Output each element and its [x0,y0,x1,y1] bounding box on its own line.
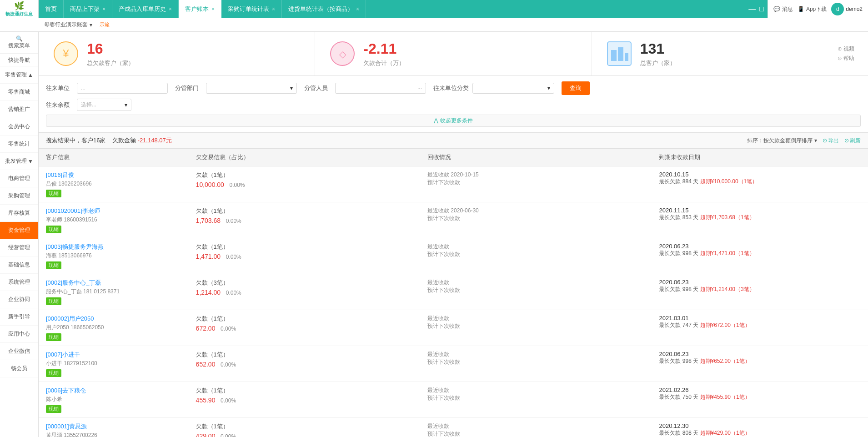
search-menu-button[interactable]: 🔍 搜索菜单 [0,32,38,54]
customer-contact-6: 陈小希 [46,396,181,403]
debt-ratio-4: 0.00% [221,326,236,332]
overdue-cell-3: 2020.06.23 最长欠款 998 天 超期¥1,214.00（3笔） [652,274,868,310]
sidebar-item-10[interactable]: 经营管理 [0,239,38,256]
export-icon: ⊙ [823,137,827,144]
overdue-days-3: 最长欠款 998 天 [659,286,700,292]
sidebar-item-4[interactable]: 零售统计 [0,136,38,153]
tab-close-2[interactable]: × [169,6,172,12]
customer-name-7[interactable]: [000001]黄思源 [46,422,181,431]
next-collection-1: 预计下次收款 [427,215,644,222]
sidebar-item-11[interactable]: 基础信息 [0,256,38,274]
customer-contact-1: 李老师 18600391516 [46,216,181,224]
sidebar-item-14[interactable]: 新手引导 [0,308,38,326]
sidebar-item-15[interactable]: 应用中心 [0,326,38,343]
message-button[interactable]: 💬 消息 [773,5,793,13]
unit-category-select[interactable]: ▾ [472,83,554,94]
recovery-cell-0: 最近收款 2020-10-15 预计下次收款 [420,166,652,202]
sidebar-item-17[interactable]: 畅会员 [0,360,38,377]
debt-count-0: 欠款（1笔） [196,171,413,179]
overdue-days-6: 最长欠款 750 天 [659,394,700,400]
overdue-amount-3[interactable]: 超期¥1,214.00（3笔） [700,286,755,292]
sidebar-item-13[interactable]: 企业协同 [0,291,38,308]
quick-nav-button[interactable]: 快捷导航 [0,54,38,66]
overdue-amount-5[interactable]: 超期¥652.00（1笔） [700,358,750,364]
customer-name-3[interactable]: [0002]服务中心_丁磊 [46,279,181,287]
source-unit-input[interactable]: ... [77,83,168,94]
sidebar-item-16[interactable]: 企业微信 [0,343,38,360]
customer-name-5[interactable]: [0007]小进干 [46,351,181,359]
tab-close-3[interactable]: × [211,6,215,12]
recovery-cell-2: 最近收款 预计下次收款 [420,238,652,274]
sidebar-item-6[interactable]: 电商管理 [0,170,38,187]
overdue-amount-0[interactable]: 超期¥10,000.00（1笔） [700,178,758,185]
sort-selector[interactable]: 排序：按欠款金额倒序排序 ▾ [747,137,817,145]
refresh-button[interactable]: ⊙ 刷新 [844,137,861,145]
results-bar: 搜索结果中，客户16家 欠款金额 -21,148.07元 排序：按欠款金额倒序排… [39,133,868,149]
dept-select[interactable]: ▾ [206,83,297,94]
next-collection-0: 预计下次收款 [427,179,644,186]
customer-name-1[interactable]: [0001020001]李老师 [46,207,181,215]
overdue-amount-7[interactable]: 超期¥429.00（1笔） [700,430,750,436]
table-row: [000002]用户2050 用户2050 18665062050 现销 欠款（… [39,310,868,346]
debt-cell-5: 欠款（1笔） 652.00 0.00% [189,346,420,382]
app-download-button[interactable]: 📱 App下载 [798,5,827,13]
sidebar-item-2[interactable]: 营销推广 [0,101,38,118]
query-button[interactable]: 查询 [562,81,590,95]
help-link[interactable]: ⊙ 帮助 [838,55,854,62]
tab-close-4[interactable]: × [272,6,275,12]
overdue-amount-1[interactable]: 超期¥1,703.68（1笔） [700,214,755,221]
tab-item-1[interactable]: 商品上下架× [64,0,112,18]
debt-ratio-2: 0.00% [226,254,241,260]
customer-name-6[interactable]: [0006]去下粮仓 [46,387,181,395]
recovery-cell-4: 最近收款 预计下次收款 [420,310,652,346]
tab-item-0[interactable]: 首页 [39,0,64,18]
sidebar-item-7[interactable]: 采购管理 [0,187,38,205]
tabs-bar: 首页商品上下架×产成品入库单历史×客户账本×采购订单统计表×进货单统计表（按商品… [39,0,745,18]
sidebar-item-5[interactable]: 批发管理▼ [0,153,38,170]
sidebar-item-1[interactable]: 零售商城 [0,84,38,101]
video-link[interactable]: ⊙ 视频 [838,45,854,53]
tab-item-5[interactable]: 进货单统计表（按商品）× [282,0,366,18]
brand-name: 畅捷通好生意 [5,11,33,17]
customer-name-2[interactable]: [0003]畅捷服务尹海燕 [46,243,181,251]
export-button[interactable]: ⊙ 导出 [823,137,839,145]
search-icon: 🔍 [16,35,23,42]
debt-cell-7: 欠款（1笔） 429.00 0.00% [189,418,420,437]
debt-amount-5: 652.00 [196,361,216,368]
minimize-button[interactable]: — [748,5,756,13]
source-unit-filter: 往来单位 ... [46,83,168,94]
due-date-1: 2020.11.15 [659,207,861,214]
sidebar-item-3[interactable]: 会员中心 [0,118,38,136]
source-unit-label: 往来单位 [46,84,73,92]
customer-tag-0: 现销 [46,190,61,197]
customer-name-0[interactable]: [0016]吕俊 [46,171,181,179]
maximize-button[interactable]: □ [759,5,764,13]
industry-selector[interactable]: 母婴行业演示账套 ▾ [39,21,98,29]
tab-item-3[interactable]: 客户账本× [179,0,221,18]
tab-item-4[interactable]: 采购订单统计表× [221,0,282,18]
balance-select[interactable]: 选择... ▾ [77,99,131,111]
due-date-0: 2020.10.15 [659,171,861,178]
demo-label: 示範 [100,21,110,28]
user-avatar: d [831,3,844,15]
collapse-bar[interactable]: ⋀ 收起更多条件 [46,115,861,127]
recovery-cell-6: 最近收款 预计下次收款 [420,382,652,418]
overdue-amount-2[interactable]: 超期¥1,471.00（1笔） [700,250,755,256]
overdue-amount-6[interactable]: 超期¥455.90（1笔） [700,394,750,400]
user-profile-button[interactable]: d demo2 [831,3,863,15]
table-row: [000001]黄思源 黄思源 13552700226 现销 欠款（1笔） 42… [39,418,868,437]
overdue-days-0: 最长欠款 884 天 [659,178,700,185]
customer-cell-4: [000002]用户2050 用户2050 18665062050 现销 [39,310,189,346]
sidebar-item-8[interactable]: 库存核算 [0,205,38,222]
customer-name-4[interactable]: [000002]用户2050 [46,315,181,323]
manager-input[interactable]: ··· [335,83,426,94]
customer-cell-7: [000001]黄思源 黄思源 13552700226 现销 [39,418,189,437]
tab-close-1[interactable]: × [102,6,105,12]
sidebar-item-0[interactable]: 零售管理▲ [0,66,38,84]
sidebar-item-9[interactable]: 资金管理 [0,222,38,239]
overdue-amount-4[interactable]: 超期¥672.00（1笔） [700,322,750,328]
debt-count-2: 欠款（1笔） [196,243,413,251]
sidebar-item-12[interactable]: 系统管理 [0,274,38,291]
tab-item-2[interactable]: 产成品入库单历史× [112,0,179,18]
tab-close-5[interactable]: × [356,6,359,12]
